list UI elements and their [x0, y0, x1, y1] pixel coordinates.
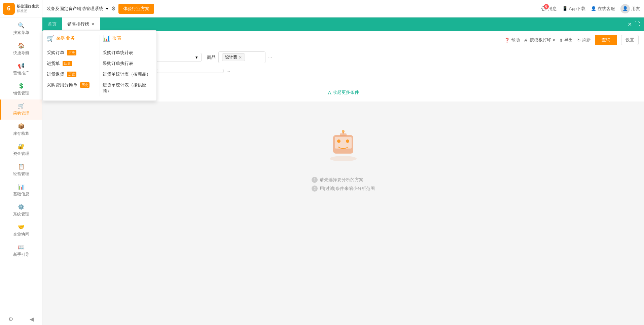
salesperson-input[interactable] — [156, 69, 224, 73]
menu-item-goods-in-stat-goods[interactable]: 进货单统计表（按商品） — [103, 69, 153, 80]
export-button[interactable]: ⬆ 导出 — [559, 37, 573, 43]
menu-item-purchase-order-exec[interactable]: 采购订单执行表 — [103, 58, 153, 69]
collapse-icon: ⋀ — [328, 90, 331, 95]
bill-status-dropdown-icon: ▾ — [195, 55, 198, 60]
search-menu-icon: 🔍 — [18, 22, 25, 29]
report-col-icon: 📊 — [103, 35, 110, 42]
empty-text-line1: 1 请先选择要分析的方案 — [312, 175, 374, 184]
topbar: 装备及固定资产辅助管理系统 ▾ ⚙ 体验行业方案 💬 6 消息 📱 App下载 — [42, 0, 644, 17]
base-info-icon: 📊 — [18, 184, 25, 190]
sidebar-item-cooperation[interactable]: 🤝 企业协同 — [0, 220, 42, 241]
refresh-icon: ↻ — [577, 38, 581, 43]
sidebar-item-finance[interactable]: 🔐 资金管理 — [0, 140, 42, 160]
svg-point-4 — [346, 139, 349, 143]
service-icon: 👤 — [591, 6, 596, 11]
cooperation-icon: 🤝 — [18, 224, 25, 230]
sidebar-item-marketing[interactable]: 📢 营销推广 — [0, 59, 42, 79]
print-dropdown-icon: ▾ — [553, 38, 555, 43]
report-title: 📊 报表 — [103, 35, 153, 43]
empty-text: 1 请先选择要分析的方案 2 用[过滤]条件来缩小分析范围 — [312, 175, 374, 193]
purchase-icon: 🛒 — [18, 103, 25, 109]
marketing-icon: 📢 — [18, 63, 25, 69]
menu-item-purchase-order[interactable]: 采购订单 历史 — [47, 47, 97, 58]
logo-text: 畅捷通好生意 标准版 — [17, 4, 39, 13]
window-close-icon[interactable]: ✕ — [628, 21, 632, 28]
sidebar-item-guide[interactable]: 📖 新手引导 — [0, 241, 42, 261]
business-column: 🛒 采购业务 采购订单 历史 进货单 历史 进货退货 历史 采购费用分摊单 历史 — [47, 35, 97, 96]
svg-point-7 — [342, 130, 345, 133]
topbar-actions: 💬 6 消息 📱 App下载 👤 在线客服 👤 用友 — [541, 4, 640, 13]
query-button[interactable]: 查询 — [595, 35, 617, 45]
report-column: 📊 报表 采购订单统计表 采购订单执行表 进货单统计表（按商品） 进货单统计表（… — [103, 35, 153, 96]
sidebar-settings-button[interactable]: ⚙ — [8, 316, 13, 322]
sales-icon: 💲 — [18, 83, 25, 89]
svg-point-3 — [337, 139, 341, 143]
sidebar-item-sales[interactable]: 💲 销售管理 — [0, 79, 42, 99]
inventory-icon: 📦 — [18, 123, 25, 129]
empty-illustration — [323, 128, 363, 169]
settings-icon[interactable]: ⚙ — [111, 5, 116, 12]
svg-rect-2 — [335, 137, 352, 149]
sidebar-item-system[interactable]: ⚙️ 系统管理 — [0, 200, 42, 220]
industry-btn[interactable]: 体验行业方案 — [118, 4, 154, 14]
tab-home[interactable]: 首页 — [42, 17, 62, 31]
menu-divider — [100, 35, 100, 96]
print-icon: 🖨 — [524, 38, 528, 43]
app-download-action[interactable]: 📱 App下载 — [562, 6, 585, 12]
goods-tag: 设计费 ✕ — [222, 53, 245, 61]
home-icon: 🏠 — [18, 42, 25, 49]
sidebar-item-inventory[interactable]: 📦 库存核算 — [0, 120, 42, 140]
phone-icon: 📱 — [562, 6, 568, 11]
help-button[interactable]: ❓ 帮助 — [504, 37, 520, 43]
sidebar-item-search[interactable]: 🔍 搜索菜单 — [0, 19, 42, 39]
sidebar: 6 畅捷通好生意 标准版 🔍 搜索菜单 🏠 快捷导航 📢 营销推广 — [0, 0, 42, 325]
sidebar-item-operation[interactable]: 📋 经营管理 — [0, 160, 42, 180]
sidebar-menu: 🔍 搜索菜单 🏠 快捷导航 📢 营销推广 💲 销售管理 🛒 — [0, 17, 42, 313]
filter-settings-button[interactable]: 设置 — [621, 35, 639, 45]
menu-item-goods-return[interactable]: 进货退货 历史 — [47, 69, 97, 80]
system-title: 装备及固定资产辅助管理系统 — [46, 6, 103, 12]
tabbar-right-actions: ✕ ⛶ — [623, 21, 644, 28]
user-avatar: 👤 — [620, 4, 630, 13]
goods-input[interactable]: 设计费 ✕ — [218, 51, 265, 63]
sidebar-item-base-info[interactable]: 📊 基础信息 — [0, 180, 42, 200]
salesperson-ellipsis[interactable]: ··· — [226, 69, 230, 74]
tabbar: 首页 销售排行榜 ✕ ✕ ⛶ — [42, 17, 644, 31]
goods-tag-close[interactable]: ✕ — [239, 55, 242, 60]
system-icon: ⚙️ — [18, 204, 25, 210]
menu-item-purchase-expense[interactable]: 采购费用分摊单 历史 — [47, 80, 97, 90]
help-icon: ❓ — [504, 38, 510, 43]
menu-item-purchase-order-stat[interactable]: 采购订单统计表 — [103, 47, 153, 58]
goods-filter: 商品 设计费 ✕ ··· — [207, 51, 272, 63]
message-badge: 6 — [544, 4, 549, 9]
user-action[interactable]: 👤 用友 — [620, 4, 640, 13]
online-service-action[interactable]: 👤 在线客服 — [591, 6, 615, 12]
sidebar-item-purchase[interactable]: 🛒 采购管理 — [0, 99, 42, 120]
message-action[interactable]: 💬 6 消息 — [541, 6, 557, 12]
sidebar-bottom: ⚙ ◀ — [0, 313, 42, 325]
business-col-icon: 🛒 — [47, 35, 54, 42]
export-icon: ⬆ — [559, 38, 563, 43]
operation-icon: 📋 — [18, 163, 25, 170]
menu-item-goods-in[interactable]: 进货单 历史 — [47, 58, 97, 69]
menu-item-goods-in-stat-supplier[interactable]: 进货单统计表（按供应商） — [103, 80, 153, 96]
purchase-dropdown-menu: 🛒 采购业务 采购订单 历史 进货单 历史 进货退货 历史 采购费用分摊单 历史 — [42, 30, 157, 101]
logo-area: 6 畅捷通好生意 标准版 — [0, 0, 42, 17]
sidebar-collapse-button[interactable]: ◀ — [30, 316, 34, 322]
print-button[interactable]: 🖨 按模板打印 ▾ — [524, 37, 555, 43]
goods-ellipsis[interactable]: ··· — [268, 55, 272, 60]
tab-sales-rank[interactable]: 销售排行榜 ✕ — [62, 17, 100, 31]
message-label: 消息 — [548, 6, 557, 12]
business-title: 🛒 采购业务 — [47, 35, 97, 43]
dropdown-menu-header: 🛒 采购业务 采购订单 历史 进货单 历史 进货退货 历史 采购费用分摊单 历史 — [47, 35, 152, 96]
empty-text-line2: 2 用[过滤]条件来缩小分析范围 — [312, 184, 374, 193]
finance-icon: 🔐 — [18, 143, 25, 150]
refresh-button[interactable]: ↻ 刷新 — [577, 37, 591, 43]
guide-icon: 📖 — [18, 244, 25, 250]
window-maximize-icon[interactable]: ⛶ — [635, 21, 640, 27]
logo-icon: 6 — [3, 3, 15, 15]
empty-state: 1 请先选择要分析的方案 2 用[过滤]条件来缩小分析范围 — [42, 101, 644, 220]
sidebar-item-quick-nav[interactable]: 🏠 快捷导航 — [0, 39, 42, 59]
tab-close-icon[interactable]: ✕ — [91, 22, 95, 27]
system-dropdown[interactable]: ▾ — [106, 6, 108, 11]
